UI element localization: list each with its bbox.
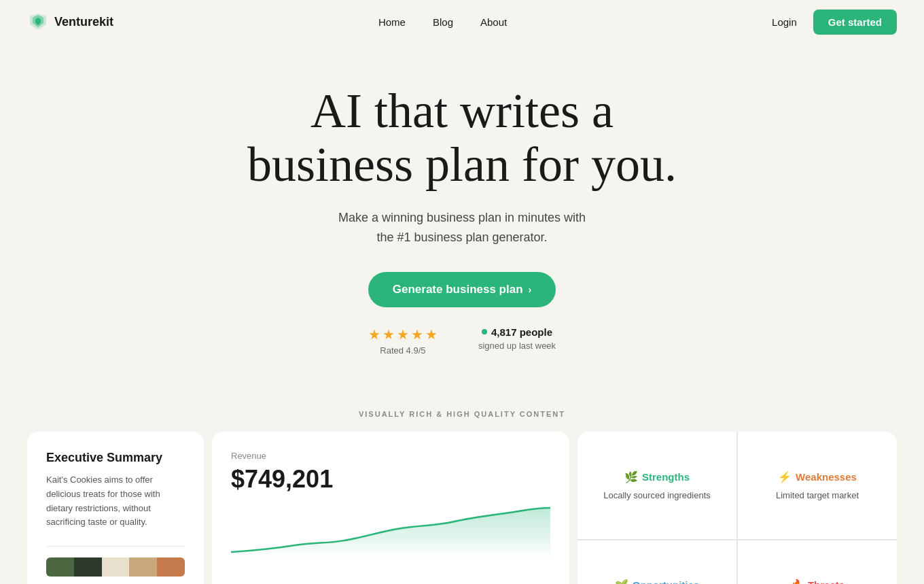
rating-label: Rated 4.9/5 xyxy=(380,345,425,356)
threats-icon: 🔥 xyxy=(790,579,804,584)
star-1: ★ xyxy=(368,326,380,343)
login-button[interactable]: Login xyxy=(772,16,797,28)
cards-section: Executive Summary Kait's Cookies aims to… xyxy=(0,432,924,584)
nav-about[interactable]: About xyxy=(480,16,507,28)
strengths-header: 🌿 Strengths xyxy=(624,470,690,483)
star-2: ★ xyxy=(383,326,395,343)
nav-actions: Login Get started xyxy=(772,10,897,35)
strengths-body: Locally sourced ingredients xyxy=(603,490,711,500)
star-4: ★ xyxy=(411,326,423,343)
strengths-title: Strengths xyxy=(642,471,690,483)
revenue-card: Revenue $749,201 xyxy=(212,432,569,584)
swatch-5 xyxy=(157,557,185,577)
threats-title: Threats xyxy=(808,579,845,584)
nav-links: Home Blog About xyxy=(378,16,507,28)
hero-stats: ★ ★ ★ ★ ★ Rated 4.9/5 4,817 people signe… xyxy=(14,326,910,356)
signups-stat: 4,817 people signed up last week xyxy=(478,326,556,356)
revenue-amount: $749,201 xyxy=(231,465,550,494)
hero-section: AI that writes a business plan for you. … xyxy=(0,44,924,383)
exec-summary-card: Executive Summary Kait's Cookies aims to… xyxy=(27,432,204,584)
logo-text: Venturekit xyxy=(54,15,113,29)
swatch-2 xyxy=(74,557,102,577)
hero-title: AI that writes a business plan for you. xyxy=(156,84,768,192)
rating-stat: ★ ★ ★ ★ ★ Rated 4.9/5 xyxy=(368,326,438,356)
nav-home[interactable]: Home xyxy=(378,16,406,28)
signups-label: signed up last week xyxy=(478,341,556,351)
swot-threats: 🔥 Threats Rising ingredient costs xyxy=(738,540,897,584)
hero-subtitle: Make a winning business plan in minutes … xyxy=(14,208,910,247)
get-started-button[interactable]: Get started xyxy=(813,10,897,35)
generate-plan-button[interactable]: Generate business plan › xyxy=(368,272,556,307)
star-5: ★ xyxy=(425,326,438,343)
swot-grid: 🌿 Strengths Locally sourced ingredients … xyxy=(578,432,897,584)
weaknesses-header: ⚡ Weaknesses xyxy=(778,470,857,483)
navbar: Venturekit Home Blog About Login Get sta… xyxy=(0,0,924,44)
threats-header: 🔥 Threats xyxy=(790,579,845,584)
color-palette xyxy=(46,557,185,577)
weaknesses-icon: ⚡ xyxy=(778,470,792,483)
exec-body: Kait's Cookies aims to offer delicious t… xyxy=(46,473,185,530)
swot-strengths: 🌿 Strengths Locally sourced ingredients xyxy=(578,432,736,539)
weaknesses-body: Limited target market xyxy=(776,490,859,500)
exec-title: Executive Summary xyxy=(46,451,185,465)
nav-blog[interactable]: Blog xyxy=(433,16,453,28)
logo-icon xyxy=(27,11,49,33)
swatch-4 xyxy=(129,557,157,577)
swatch-3 xyxy=(102,557,130,577)
strengths-icon: 🌿 xyxy=(624,470,638,483)
opportunities-title: Opportunities xyxy=(633,579,699,584)
logo-link[interactable]: Venturekit xyxy=(27,11,113,33)
section-label: VISUALLY RICH & HIGH QUALITY CONTENT xyxy=(0,410,924,418)
swatch-1 xyxy=(46,557,74,577)
swot-weaknesses: ⚡ Weaknesses Limited target market xyxy=(738,432,897,539)
chevron-right-icon: › xyxy=(529,284,532,295)
swot-opportunities: 🌱 Opportunities Special events and cater… xyxy=(578,540,736,584)
opportunities-icon: 🌱 xyxy=(615,579,628,584)
weaknesses-title: Weaknesses xyxy=(796,471,857,483)
card-divider xyxy=(46,546,185,547)
star-3: ★ xyxy=(397,326,409,343)
signups-count: 4,817 people xyxy=(482,326,552,338)
revenue-label: Revenue xyxy=(231,451,550,461)
revenue-chart xyxy=(231,504,550,559)
opportunities-header: 🌱 Opportunities xyxy=(615,579,699,584)
star-rating: ★ ★ ★ ★ ★ xyxy=(368,326,438,343)
green-dot-icon xyxy=(482,329,487,334)
